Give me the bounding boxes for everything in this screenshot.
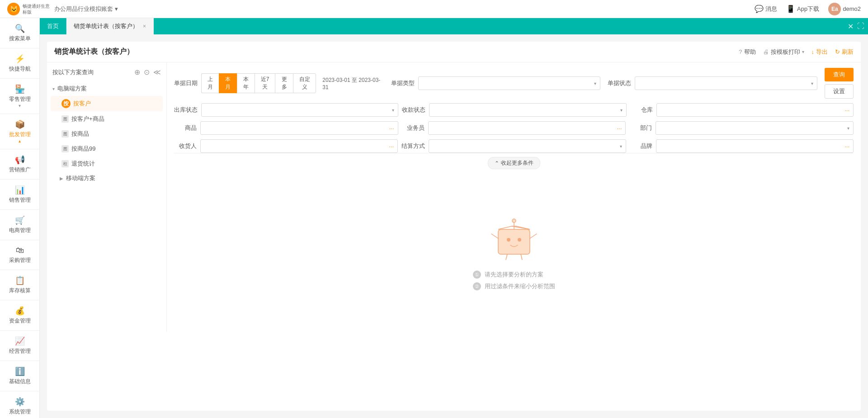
svg-point-4 bbox=[512, 219, 516, 223]
date-filter-group: 上月 本月 本年 近7天 更多 自定义 2023-03-01 至 2023-03… bbox=[201, 73, 384, 93]
tree-item-by-customer[interactable]: 按 按客户 bbox=[51, 96, 163, 111]
order-date-label: 单据日期 bbox=[174, 79, 198, 87]
collapse-button[interactable]: ⌃ 收起更多条件 bbox=[488, 157, 540, 169]
pc-section-label: 电脑端方案 bbox=[57, 85, 87, 93]
tree-item-return-stats[interactable]: 柱 退货统计 bbox=[51, 157, 163, 171]
sidebar-item-base-info-label: 基础信息 bbox=[9, 378, 31, 385]
goods-select[interactable]: ··· bbox=[200, 121, 398, 135]
pc-section-header[interactable]: ▾ 电脑端方案 bbox=[51, 82, 163, 95]
sidebar-item-operations[interactable]: 📈 经营管理 bbox=[0, 331, 39, 361]
add-scheme-button[interactable]: ⊕ bbox=[134, 68, 140, 76]
collapse-up-icon: ⌃ bbox=[495, 160, 499, 166]
header-title[interactable]: 办公用品行业模拟账套 ▾ bbox=[54, 5, 118, 13]
sidebar-item-finance[interactable]: 💰 资金管理 bbox=[0, 300, 39, 331]
logo-icon: 🐱 bbox=[7, 3, 20, 15]
tip-num-1: ① bbox=[473, 271, 481, 279]
tab-close-window-icon[interactable]: ✕ bbox=[848, 22, 854, 31]
left-panel: 按以下方案查询 ⊕ ⊙ ≪ ▾ 电脑端方案 按 按客户 bbox=[47, 62, 167, 332]
order-type-label: 单据类型 bbox=[387, 79, 415, 87]
query-buttons: 查询 设置 bbox=[825, 68, 854, 99]
sidebar-item-retail[interactable]: 🏪 零售管理 ▾ bbox=[0, 79, 39, 114]
sidebar-item-retail-label: 零售管理 bbox=[9, 95, 31, 103]
dept-select[interactable]: ▾ bbox=[656, 121, 854, 135]
print-icon: 🖨 bbox=[763, 48, 769, 55]
tab-active[interactable]: 销货单统计表（按客户） × bbox=[66, 18, 154, 34]
page-header: 销货单统计表（按客户） ? 帮助 🖨 按模板打印 ▾ ↓ 导出 ↻ 刷新 bbox=[47, 42, 861, 62]
receipt-status-select[interactable]: ▾ bbox=[429, 103, 626, 117]
tree-item-by-goods[interactable]: 图 按商品 bbox=[51, 127, 163, 141]
by-customer-goods-icon: 图 bbox=[61, 115, 69, 123]
brand-select[interactable]: ··· bbox=[656, 139, 854, 153]
tree-item-by-goods-99[interactable]: 图 按商品99 bbox=[51, 142, 163, 156]
user-name: demo2 bbox=[843, 5, 861, 12]
date-btn-7days[interactable]: 近7天 bbox=[255, 73, 275, 93]
sidebar-item-wholesale-label: 批发管理 bbox=[9, 131, 31, 138]
tab-home-label: 首页 bbox=[47, 22, 59, 30]
tree-item-by-customer-goods[interactable]: 图 按客户+商品 bbox=[51, 112, 163, 126]
help-button[interactable]: ? 帮助 bbox=[739, 48, 755, 56]
out-status-select[interactable]: ▾ bbox=[201, 103, 398, 117]
sidebar-item-sys-mgmt[interactable]: ⚙️ 系统管理 bbox=[0, 391, 39, 418]
sidebar-item-sales-label: 销售管理 bbox=[9, 196, 31, 204]
warehouse-select[interactable]: ··· bbox=[656, 103, 854, 117]
sidebar-item-ecommerce[interactable]: 🛒 电商管理 bbox=[0, 210, 39, 240]
consignee-select[interactable]: ··· bbox=[200, 139, 398, 153]
salesperson-select[interactable]: ··· bbox=[428, 121, 626, 135]
sidebar-item-search-menu[interactable]: 🔍 搜索菜单 bbox=[0, 18, 39, 48]
print-button[interactable]: 🖨 按模板打印 ▾ bbox=[763, 48, 804, 56]
settlement-label: 结算方式 bbox=[401, 142, 425, 150]
refresh-icon: ↻ bbox=[835, 48, 840, 55]
date-btn-last-month[interactable]: 上月 bbox=[201, 73, 219, 93]
sidebar-item-purchase[interactable]: 🛍 采购管理 bbox=[0, 240, 39, 270]
collapse-panel-button[interactable]: ≪ bbox=[153, 68, 161, 76]
sidebar-item-quick-nav[interactable]: ⚡ 快捷导航 bbox=[0, 48, 39, 79]
export-button[interactable]: ↓ 导出 bbox=[811, 48, 828, 56]
sidebar-item-wholesale[interactable]: 📦 批发管理 ▴ bbox=[0, 114, 39, 149]
page-actions: ? 帮助 🖨 按模板打印 ▾ ↓ 导出 ↻ 刷新 bbox=[739, 48, 854, 56]
message-label: 消息 bbox=[765, 5, 777, 13]
tab-close-icon[interactable]: × bbox=[143, 23, 146, 29]
order-status-select[interactable]: ▾ bbox=[635, 76, 817, 90]
mobile-section[interactable]: ▶ 移动端方案 bbox=[51, 171, 163, 185]
message-icon: 💬 bbox=[755, 5, 764, 13]
header-title-text: 办公用品行业模拟账套 bbox=[54, 5, 113, 13]
mobile-section-label: 移动端方案 bbox=[66, 174, 95, 182]
receipt-status-label: 收款状态 bbox=[402, 106, 425, 114]
page-container: 销货单统计表（按客户） ? 帮助 🖨 按模板打印 ▾ ↓ 导出 ↻ 刷新 bbox=[47, 42, 861, 411]
sidebar: 🔍 搜索菜单 ⚡ 快捷导航 🏪 零售管理 ▾ 📦 批发管理 ▴ 📢 营销推广 📊… bbox=[0, 18, 40, 418]
export-icon: ↓ bbox=[811, 48, 815, 55]
app-download-button[interactable]: 📱 App下载 bbox=[786, 5, 819, 13]
empty-tip-2: ② 用过滤条件来缩小分析范围 bbox=[473, 282, 555, 290]
sidebar-item-sales[interactable]: 📊 销售管理 bbox=[0, 180, 39, 210]
tab-maximize-icon[interactable]: ⛶ bbox=[857, 22, 864, 30]
settlement-select[interactable]: ▾ bbox=[429, 139, 626, 153]
settings-button[interactable]: 设置 bbox=[825, 84, 854, 99]
export-label: 导出 bbox=[816, 48, 828, 56]
refresh-button[interactable]: ↻ 刷新 bbox=[835, 48, 854, 56]
marketing-icon: 📢 bbox=[15, 155, 25, 165]
sidebar-item-base-info[interactable]: ℹ️ 基础信息 bbox=[0, 361, 39, 391]
tab-home[interactable]: 首页 bbox=[40, 18, 66, 34]
sidebar-item-inventory[interactable]: 📋 库存核算 bbox=[0, 270, 39, 300]
message-button[interactable]: 💬 消息 bbox=[755, 5, 777, 13]
filter-row-3: 商品 ··· 业务员 ··· 部门 ▾ bbox=[174, 121, 854, 135]
date-btn-this-year[interactable]: 本年 bbox=[237, 73, 255, 93]
sidebar-item-marketing[interactable]: 📢 营销推广 bbox=[0, 149, 39, 180]
settlement-dropdown-icon: ▾ bbox=[620, 144, 622, 149]
date-btn-this-month[interactable]: 本月 bbox=[219, 73, 236, 93]
date-btn-more[interactable]: 更多 bbox=[275, 73, 292, 93]
goods-dots: ··· bbox=[389, 125, 394, 132]
svg-point-2 bbox=[518, 238, 521, 242]
order-type-select[interactable]: ▾ bbox=[418, 76, 601, 90]
consignee-dots: ··· bbox=[389, 143, 394, 150]
user-profile[interactable]: Ea demo2 bbox=[828, 3, 861, 15]
collapse-row: ⌃ 收起更多条件 bbox=[174, 153, 854, 173]
sales-icon: 📊 bbox=[15, 185, 25, 195]
logo-text: 畅捷通好生意 标版 bbox=[23, 3, 50, 15]
settings-scheme-button[interactable]: ⊙ bbox=[144, 68, 150, 76]
sidebar-item-search-label: 搜索菜单 bbox=[9, 35, 31, 43]
tree-item-return-stats-label: 退货统计 bbox=[71, 160, 159, 168]
date-btn-custom[interactable]: 自定义 bbox=[293, 73, 316, 93]
query-button[interactable]: 查询 bbox=[825, 68, 854, 81]
by-goods-icon: 图 bbox=[61, 130, 69, 138]
